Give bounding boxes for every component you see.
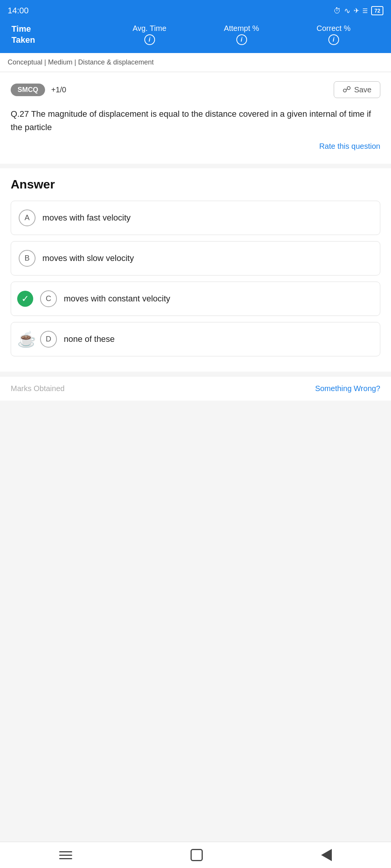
bottom-bar: Marks Obtained Something Wrong? (0, 376, 391, 401)
wifi-icon: ∿ (344, 6, 351, 15)
breadcrumb: Conceptual | Medium | Distance & displac… (0, 53, 391, 72)
option-d-text: none of these (64, 334, 115, 344)
something-wrong-link[interactable]: Something Wrong? (315, 384, 380, 393)
hand-icon: ☕ (17, 330, 36, 348)
attempt-pct-info-icon[interactable]: i (236, 34, 247, 45)
correct-pct-info-icon[interactable]: i (328, 34, 339, 45)
header-attempt-pct: Attempt % i (196, 24, 288, 45)
bars-icon: ☰ (362, 7, 368, 14)
header-time-taken: TimeTaken (11, 24, 103, 45)
status-time: 14:00 (8, 6, 29, 16)
answer-section: Answer A moves with fast velocity B move… (0, 168, 391, 372)
option-c-letter: C (40, 290, 57, 307)
menu-button[interactable] (59, 851, 72, 859)
avg-time-info-icon[interactable]: i (144, 34, 155, 45)
clock-icon: ⏱ (333, 6, 341, 15)
status-bar: 14:00 ⏱ ∿ ✈ ☰ 72 (0, 0, 391, 20)
meta-left: SMCQ +1/0 (11, 84, 66, 96)
square-icon (191, 849, 203, 861)
correct-check-icon: ✓ (17, 291, 33, 307)
option-a-letter: A (19, 209, 36, 226)
signal-icon: ✈ (354, 6, 359, 15)
question-meta: SMCQ +1/0 ☍ Save (11, 81, 380, 98)
bookmark-icon: ☍ (343, 85, 351, 95)
battery-icon: 72 (371, 6, 383, 15)
header: TimeTaken Avg. Time i Attempt % i Correc… (0, 20, 391, 53)
option-b-text: moves with slow velocity (42, 253, 134, 263)
save-label: Save (354, 85, 372, 94)
question-card: SMCQ +1/0 ☍ Save Q.27 The magnitude of d… (0, 72, 391, 163)
rate-question-link[interactable]: Rate this question (11, 142, 380, 151)
hamburger-icon (59, 851, 72, 859)
option-c-text: moves with constant velocity (64, 294, 170, 304)
marks-text: +1/0 (51, 85, 66, 94)
back-button[interactable] (321, 849, 332, 861)
status-icons: ⏱ ∿ ✈ ☰ 72 (333, 6, 383, 15)
option-b[interactable]: B moves with slow velocity (11, 241, 380, 275)
time-taken-label: TimeTaken (11, 24, 103, 45)
option-c[interactable]: ✓ C moves with constant velocity (11, 282, 380, 316)
save-button[interactable]: ☍ Save (334, 81, 380, 98)
option-a-text: moves with fast velocity (42, 213, 131, 223)
nav-bar (0, 842, 391, 868)
header-correct-pct: Correct % i (288, 24, 380, 45)
answer-heading: Answer (11, 177, 380, 192)
option-b-letter: B (19, 250, 36, 267)
smcq-badge: SMCQ (11, 84, 45, 96)
marks-obtained: Marks Obtained (11, 384, 65, 393)
option-a[interactable]: A moves with fast velocity (11, 201, 380, 235)
home-button[interactable] (191, 849, 203, 861)
back-icon (321, 849, 332, 861)
option-d-letter: D (40, 331, 57, 348)
header-avg-time: Avg. Time i (103, 24, 196, 45)
question-text: Q.27 The magnitude of displacement is eq… (11, 107, 380, 134)
option-d[interactable]: ☕ D none of these (11, 322, 380, 356)
